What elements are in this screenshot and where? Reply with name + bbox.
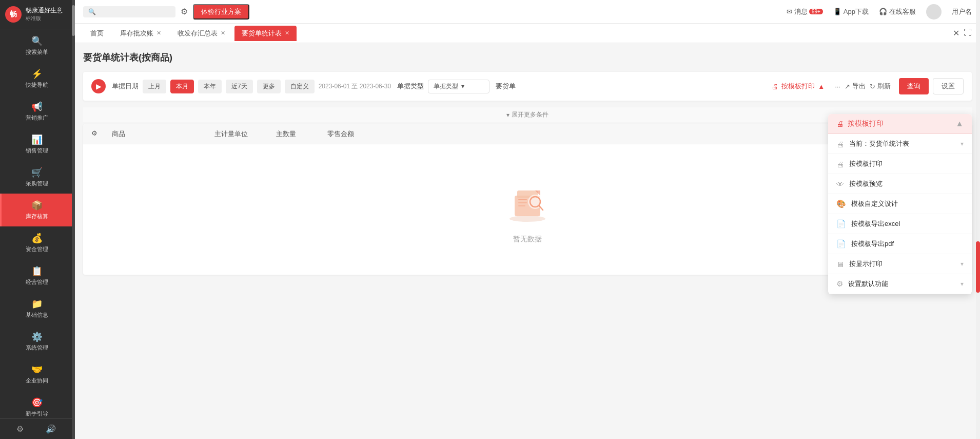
- set-default-label: 设置默认功能: [848, 279, 888, 289]
- current-template-item[interactable]: 🖨 当前：要货单统计表 ▾: [828, 134, 972, 154]
- display-print-item[interactable]: 🖥 按显示打印 ▾: [828, 254, 972, 274]
- date-last-7[interactable]: 近7天: [226, 80, 253, 93]
- settings-bottom-icon[interactable]: ⚙: [16, 424, 24, 434]
- quick-nav-label: 快捷导航: [26, 81, 48, 89]
- marketing-icon: 📢: [31, 101, 43, 112]
- filter-bar: ▶ 单据日期 上月 本月 本年 近7天 更多 自定义 2023-06-01 至 …: [83, 72, 972, 101]
- sidebar-item-purchase[interactable]: 🛒 采购管理: [0, 161, 72, 194]
- template-preview-icon: 👁: [836, 180, 844, 188]
- tab-inventory-batch[interactable]: 库存批次账 ✕: [113, 26, 168, 41]
- col-settings[interactable]: ⚙: [91, 129, 112, 139]
- page-scroll-thumb: [976, 241, 980, 293]
- date-filter-group: 单据日期 上月 本月 本年 近7天 更多 自定义 2023-06-01 至 20…: [112, 80, 391, 93]
- sidebar-item-search[interactable]: 🔍 搜索菜单: [0, 29, 72, 62]
- current-template-icon: 🖨: [836, 140, 844, 148]
- sidebar-item-inventory[interactable]: 📦 库存核算: [0, 194, 72, 226]
- expand-more-label: 展开更多条件: [512, 110, 548, 119]
- settings-button[interactable]: 设置: [933, 78, 964, 94]
- export-button[interactable]: ↗ 导出: [845, 78, 866, 94]
- date-custom[interactable]: 自定义: [285, 80, 315, 93]
- tab-home[interactable]: 首页: [83, 26, 111, 41]
- sidebar-item-finance[interactable]: 💰 资金管理: [0, 226, 72, 259]
- app-download-button[interactable]: 📱 App下载: [833, 7, 869, 16]
- finance-icon: 💰: [31, 233, 43, 244]
- doc-type-filter-group: 单据类型 单据类型 ▾: [397, 80, 489, 93]
- sidebar-item-enterprise[interactable]: 🤝 企业协同: [0, 358, 72, 391]
- export-pdf-label: 按模板导出pdf: [851, 239, 894, 249]
- sidebar-item-marketing[interactable]: 📢 营销推广: [0, 95, 72, 128]
- topbar-right: ✉ 消息 99+ 📱 App下载 🎧 在线客服 用户名: [787, 4, 972, 20]
- tab-close-all-icon[interactable]: ✕: [953, 28, 959, 38]
- date-this-year[interactable]: 本年: [198, 80, 222, 93]
- more-options-icon: ···: [835, 83, 840, 90]
- sidebar: 畅 畅康通好生意 标准版 🔍 搜索菜单 ⚡ 快捷导航 📢 营销推广 📊 销售管理…: [0, 0, 72, 439]
- print-template-button[interactable]: 🖨 按模板打印 ▲: [772, 78, 825, 94]
- app-download-label: App下载: [844, 7, 869, 16]
- template-design-item[interactable]: 🎨 模板自定义设计: [828, 194, 972, 214]
- template-print-item[interactable]: 🖨 按模板打印: [828, 154, 972, 174]
- sidebar-item-system[interactable]: ⚙️ 系统管理: [0, 325, 72, 358]
- finance-label: 资金管理: [26, 245, 48, 253]
- date-this-month[interactable]: 本月: [170, 80, 194, 93]
- current-template-label: 当前：要货单统计表: [849, 139, 909, 148]
- tab-inventory-batch-close[interactable]: ✕: [156, 30, 161, 36]
- message-badge: 99+: [809, 9, 823, 14]
- promo-button[interactable]: 体验行业方案: [193, 4, 249, 20]
- user-avatar[interactable]: [926, 4, 942, 20]
- refresh-button[interactable]: ↻ 刷新: [870, 78, 891, 94]
- sidebar-item-basic-info[interactable]: 📁 基础信息: [0, 292, 72, 325]
- tab-order-stats-close[interactable]: ✕: [285, 30, 289, 36]
- set-default-item[interactable]: ⚙ 设置默认功能 ▾: [828, 274, 972, 294]
- display-print-label: 按显示打印: [849, 259, 883, 269]
- tab-collection-summary[interactable]: 收发存汇总表 ✕: [170, 26, 232, 41]
- tab-maximize-icon[interactable]: ⛶: [964, 28, 972, 38]
- sidebar-bottom: ⚙ 🔊: [0, 418, 72, 439]
- purchase-icon: 🛒: [31, 167, 43, 178]
- print-template-icon: 🖨: [772, 83, 778, 90]
- export-pdf-item[interactable]: 📄 按模板导出pdf: [828, 234, 972, 254]
- export-label: 导出: [852, 82, 866, 91]
- online-service-button[interactable]: 🎧 在线客服: [879, 7, 916, 16]
- app-logo-icon: 畅: [5, 6, 22, 23]
- print-dropdown-title-group: 🖨 按模板打印: [836, 119, 884, 128]
- filter-toggle-button[interactable]: ▶: [91, 79, 106, 93]
- sidebar-item-sales[interactable]: 📊 销售管理: [0, 128, 72, 161]
- col-quantity: 主数量: [276, 129, 327, 139]
- doc-type-select[interactable]: 单据类型 ▾: [428, 80, 489, 93]
- display-print-icon: 🖥: [836, 260, 844, 269]
- template-print-icon: 🖨: [836, 160, 844, 168]
- sound-bottom-icon[interactable]: 🔊: [46, 424, 56, 434]
- enterprise-label: 企业协同: [26, 377, 48, 385]
- date-filter-label: 单据日期: [112, 82, 139, 91]
- message-button[interactable]: ✉ 消息 99+: [787, 7, 823, 16]
- enterprise-icon: 🤝: [31, 364, 43, 375]
- topbar-search[interactable]: 🔍: [83, 6, 175, 17]
- more-options-button[interactable]: ···: [835, 78, 840, 94]
- message-icon: ✉: [787, 8, 792, 15]
- date-more[interactable]: 更多: [257, 80, 281, 93]
- sidebar-item-guide[interactable]: 🎯 新手引导: [0, 391, 72, 418]
- date-prev-month[interactable]: 上月: [143, 80, 166, 93]
- goods-filter-label: 要货单: [496, 82, 516, 91]
- topbar-gear-icon[interactable]: ⚙: [181, 7, 188, 16]
- sidebar-item-quick-nav[interactable]: ⚡ 快捷导航: [0, 62, 72, 95]
- tab-collection-summary-close[interactable]: ✕: [221, 30, 225, 36]
- print-dropdown-header-icon: 🖨: [836, 120, 844, 128]
- sidebar-search-label: 搜索菜单: [26, 48, 48, 56]
- query-button[interactable]: 查询: [899, 78, 929, 94]
- expand-more-icon: ▾: [506, 111, 509, 119]
- tab-order-stats[interactable]: 要货单统计表 ✕: [234, 26, 297, 41]
- sidebar-item-operation[interactable]: 📋 经营管理: [0, 259, 72, 292]
- search-nav-icon: 🔍: [31, 35, 43, 47]
- export-pdf-icon: 📄: [836, 239, 846, 249]
- app-logo-text: 畅康通好生意 标准版: [26, 7, 63, 22]
- export-icon: ↗: [845, 83, 850, 90]
- template-preview-item[interactable]: 👁 按模板预览: [828, 174, 972, 194]
- print-dropdown-collapse-icon[interactable]: ▲: [955, 119, 964, 128]
- purchase-label: 采购管理: [26, 180, 48, 187]
- print-dropdown-header-label: 按模板打印: [848, 119, 884, 128]
- marketing-label: 营销推广: [26, 114, 48, 122]
- tab-collection-summary-label: 收发存汇总表: [178, 29, 218, 38]
- export-excel-item[interactable]: 📄 按模板导出excel: [828, 214, 972, 234]
- page-scrollbar[interactable]: [976, 43, 980, 439]
